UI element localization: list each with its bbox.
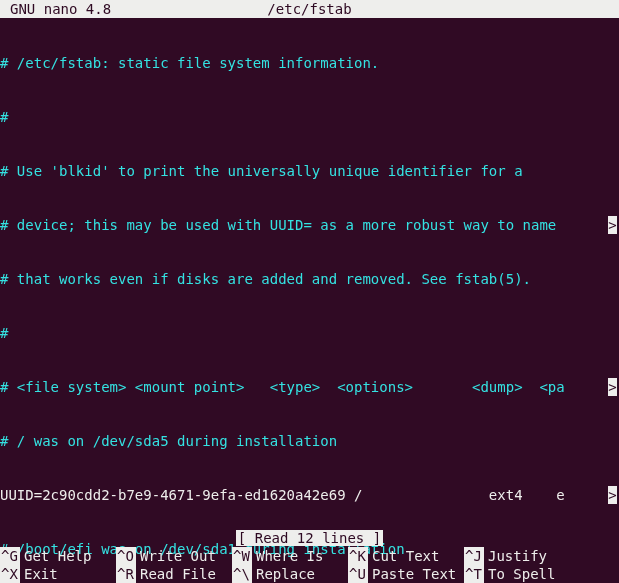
shortcut-exit[interactable]: ^XExit <box>0 565 116 583</box>
file-line: # <file system> <mount point> <type> <op… <box>0 379 565 395</box>
shortcut-label: Paste Text <box>368 565 456 583</box>
file-name: /etc/fstab <box>0 0 619 18</box>
titlebar: GNU nano 4.8 /etc/fstab <box>0 0 619 18</box>
key-label: ^J <box>464 547 484 565</box>
shortcut-row: ^GGet Help ^OWrite Out ^WWhere Is ^KCut … <box>0 547 619 565</box>
shortcut-label: Justify <box>484 547 547 565</box>
file-line: # Use 'blkid' to print the universally u… <box>0 163 523 179</box>
key-label: ^O <box>116 547 136 565</box>
shortcut-get-help[interactable]: ^GGet Help <box>0 547 116 565</box>
shortcut-label: Cut Text <box>368 547 439 565</box>
key-label: ^R <box>116 565 136 583</box>
shortcut-paste-text[interactable]: ^UPaste Text <box>348 565 464 583</box>
shortcut-label: Exit <box>20 565 58 583</box>
file-line: # <box>0 325 8 341</box>
editor-content[interactable]: # /etc/fstab: static file system informa… <box>0 18 619 583</box>
key-label: ^W <box>232 547 252 565</box>
key-label: ^K <box>348 547 368 565</box>
shortcut-label: To Spell <box>484 565 555 583</box>
key-label: ^U <box>348 565 368 583</box>
shortcut-help: ^GGet Help ^OWrite Out ^WWhere Is ^KCut … <box>0 547 619 583</box>
shortcut-label: Write Out <box>136 547 216 565</box>
shortcut-label: Replace <box>252 565 315 583</box>
file-line: # device; this may be used with UUID= as… <box>0 217 565 233</box>
key-label: ^T <box>464 565 484 583</box>
file-line: # <box>0 109 8 125</box>
key-label: ^\ <box>232 565 252 583</box>
shortcut-cut-text[interactable]: ^KCut Text <box>348 547 464 565</box>
file-line: # that works even if disks are added and… <box>0 271 531 287</box>
file-line: # /etc/fstab: static file system informa… <box>0 55 379 71</box>
overflow-indicator: > <box>608 378 617 396</box>
shortcut-replace[interactable]: ^\Replace <box>232 565 348 583</box>
overflow-indicator: > <box>608 216 617 234</box>
status-message: [ Read 12 lines ] <box>236 530 383 546</box>
overflow-indicator: > <box>608 486 617 504</box>
shortcut-read-file[interactable]: ^RRead File <box>116 565 232 583</box>
nano-editor-screen: GNU nano 4.8 /etc/fstab # /etc/fstab: st… <box>0 0 619 583</box>
shortcut-justify[interactable]: ^JJustify <box>464 547 580 565</box>
file-line: UUID=2c90cdd2-b7e9-4671-9efa-ed1620a42e6… <box>0 487 565 503</box>
shortcut-to-spell[interactable]: ^TTo Spell <box>464 565 580 583</box>
status-bar: [ Read 12 lines ] <box>0 529 619 547</box>
shortcut-label: Read File <box>136 565 216 583</box>
file-line: # / was on /dev/sda5 during installation <box>0 433 337 449</box>
shortcut-where-is[interactable]: ^WWhere Is <box>232 547 348 565</box>
editor-footer: [ Read 12 lines ] ^GGet Help ^OWrite Out… <box>0 529 619 583</box>
shortcut-write-out[interactable]: ^OWrite Out <box>116 547 232 565</box>
shortcut-label: Where Is <box>252 547 323 565</box>
shortcut-row: ^XExit ^RRead File ^\Replace ^UPaste Tex… <box>0 565 619 583</box>
key-label: ^G <box>0 547 20 565</box>
shortcut-label: Get Help <box>20 547 91 565</box>
key-label: ^X <box>0 565 20 583</box>
